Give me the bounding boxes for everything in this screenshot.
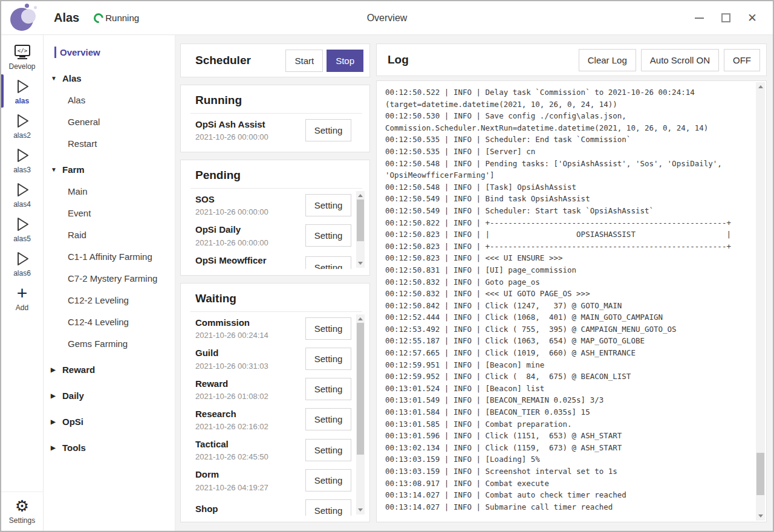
pending-list: SOS 2021-10-26 00:00:00 Setting OpSi Dai… [190, 190, 366, 269]
page-title: Overview [367, 13, 408, 24]
close-button[interactable]: ✕ [744, 10, 761, 27]
setting-button[interactable]: Setting [305, 408, 351, 430]
play-icon [13, 181, 31, 199]
task-next-run-time: 2021-10-26 00:31:03 [195, 362, 302, 371]
nav-item-event[interactable]: Event [44, 208, 175, 218]
config-sidenav: Overview ▼ Alas Alas General Restart ▼ F… [44, 35, 175, 531]
setting-button[interactable]: Setting [305, 317, 351, 340]
window-controls: ✕ [691, 10, 767, 27]
nav-item-c12-4-leveling[interactable]: C12-4 Leveling [44, 317, 175, 327]
task-row: Dorm 2021-10-26 04:19:27 Setting [190, 465, 351, 495]
setting-button[interactable]: Setting [305, 119, 351, 141]
rail-item-alas3[interactable]: alas3 [1, 143, 43, 177]
scroll-up-icon[interactable] [356, 191, 365, 199]
task-name: Commission [195, 317, 301, 329]
scrollbar-thumb[interactable] [357, 323, 364, 455]
log-title: Log [388, 53, 574, 66]
setting-button[interactable]: Setting [305, 378, 351, 400]
logo-highlight [21, 9, 36, 24]
rail-item-alas5[interactable]: alas5 [1, 212, 43, 245]
auto-scroll-off-button[interactable]: OFF [724, 49, 760, 71]
maximize-button[interactable] [717, 10, 734, 27]
nav-item-c1-1-affinity-farming[interactable]: C1-1 Affinity Farming [44, 251, 175, 262]
rail-item-label: alas3 [13, 166, 31, 174]
nav-group-opsi[interactable]: ▶ OpSi [44, 417, 175, 427]
nav-item-alas[interactable]: Alas [44, 95, 175, 105]
nav-group-daily[interactable]: ▶ Daily [44, 391, 175, 401]
rail-item-label: alas6 [13, 269, 31, 277]
setting-button[interactable]: Setting [305, 439, 351, 461]
setting-button[interactable]: Setting [305, 194, 351, 216]
pending-scrollbar[interactable] [356, 191, 365, 268]
divider [190, 311, 362, 312]
rail-item-label: alas [15, 97, 29, 105]
scrollbar-thumb[interactable] [756, 453, 764, 495]
nav-item-main[interactable]: Main [44, 186, 175, 196]
task-next-run-time: 2021-10-26 00:00:00 [195, 238, 302, 247]
log-column: Log Clear Log Auto Scroll ON OFF 00:12:5… [376, 44, 767, 522]
start-button[interactable]: Start [285, 50, 323, 72]
minimize-icon [695, 18, 704, 19]
setting-button[interactable]: Setting [305, 499, 351, 516]
clear-log-button[interactable]: Clear Log [579, 49, 636, 71]
rail-item-label: alas4 [13, 200, 31, 209]
scroll-up-icon[interactable] [356, 314, 365, 323]
nav-group-farm[interactable]: ▼ Farm [44, 164, 175, 175]
scrollbar-thumb[interactable] [357, 199, 364, 241]
chevron-down-icon: ▼ [51, 75, 57, 82]
rail-item-develop[interactable]: </> Develop [1, 40, 43, 73]
auto-scroll-on-button[interactable]: Auto Scroll ON [641, 49, 719, 71]
scrollbar-track[interactable] [356, 323, 365, 506]
rail-item-label: alas2 [13, 131, 31, 140]
log-viewport[interactable]: 00:12:50.522 | INFO | Delay task `Commis… [376, 80, 767, 522]
rail-item-alas6[interactable]: alas6 [1, 247, 43, 280]
nav-group-tools[interactable]: ▶ Tools [44, 443, 175, 453]
titlebar: Alas Running Overview ✕ [1, 1, 773, 35]
nav-item-overview[interactable]: Overview [44, 47, 175, 57]
pending-title: Pending [190, 169, 366, 182]
nav-item-raid[interactable]: Raid [44, 230, 175, 240]
task-name: Dorm [195, 469, 301, 481]
maximize-icon [721, 13, 730, 22]
setting-button[interactable]: Setting [305, 348, 351, 370]
rail-item-alas2[interactable]: alas2 [1, 109, 43, 142]
task-name: Reward [195, 378, 301, 390]
task-row: OpSi Ash Assist 2021-10-26 00:00:00 Sett… [190, 115, 351, 145]
nav-group-alas[interactable]: ▼ Alas [44, 73, 175, 83]
nav-item-c12-2-leveling[interactable]: C12-2 Leveling [44, 295, 175, 305]
nav-item-general[interactable]: General [44, 117, 175, 127]
svg-text:</>: </> [17, 48, 27, 54]
setting-button[interactable]: Setting [305, 224, 351, 247]
main-content: Scheduler Start Stop Running OpSi Ash As… [175, 35, 773, 531]
task-info: Guild 2021-10-26 00:31:03 [195, 347, 305, 370]
scrollbar-track[interactable] [356, 199, 365, 259]
stop-button[interactable]: Stop [327, 50, 363, 72]
setting-button[interactable]: Setting [305, 469, 351, 491]
scroll-down-icon[interactable] [356, 259, 365, 268]
nav-item-gems-farming[interactable]: Gems Farming [44, 339, 175, 349]
rail-item-settings[interactable]: ⚙ Settings [1, 491, 43, 527]
pending-panel: Pending SOS 2021-10-26 00:00:00 Setting [180, 160, 370, 276]
scroll-up-icon[interactable] [756, 82, 765, 91]
task-info: OpSi Ash Assist 2021-10-26 00:00:00 [195, 118, 305, 141]
task-name: OpSi Ash Assist [195, 118, 301, 131]
nav-group-reward[interactable]: ▶ Reward [44, 365, 175, 375]
scroll-down-icon[interactable] [356, 506, 365, 514]
scrollbar-track[interactable] [756, 91, 765, 512]
rail-item-alas[interactable]: alas [1, 74, 43, 108]
play-icon [13, 250, 31, 268]
task-name: Shop [195, 503, 301, 515]
waiting-list: Commission 2021-10-26 00:24:14 Setting G… [190, 313, 366, 516]
chevron-right-icon: ▶ [51, 392, 57, 399]
task-row: Commission 2021-10-26 00:24:14 Setting [190, 313, 351, 343]
scroll-down-icon[interactable] [756, 512, 765, 521]
setting-button[interactable]: Setting [305, 256, 351, 269]
nav-item-c7-2-mystery-farming[interactable]: C7-2 Mystery Farming [44, 273, 175, 284]
log-scrollbar[interactable] [756, 82, 765, 521]
waiting-scrollbar[interactable] [356, 314, 365, 514]
nav-item-restart[interactable]: Restart [44, 138, 175, 149]
rail-item-alas4[interactable]: alas4 [1, 178, 43, 211]
task-next-run-time: 2021-10-26 02:16:02 [195, 422, 302, 431]
minimize-button[interactable] [691, 10, 707, 27]
rail-item-add[interactable]: + Add [1, 281, 43, 314]
